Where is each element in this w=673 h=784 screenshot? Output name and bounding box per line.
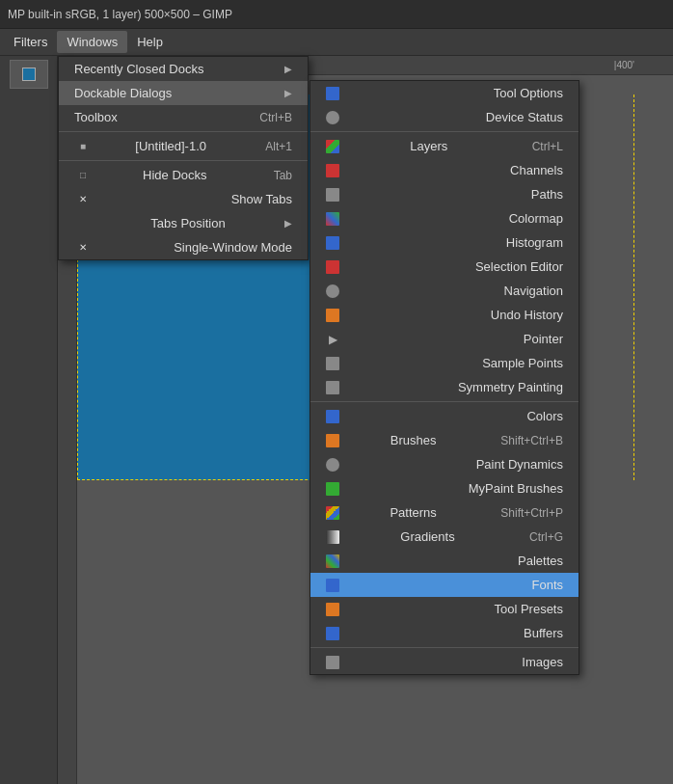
navigation-icon	[326, 284, 339, 298]
menu-windows[interactable]: Windows	[57, 31, 127, 53]
sample-points-icon	[326, 357, 339, 370]
item-label: Brushes	[390, 433, 437, 447]
menu-pointer[interactable]: ▶ Pointer	[310, 327, 579, 351]
item-label: MyPaint Brushes	[469, 481, 563, 496]
palettes-icon	[326, 554, 339, 568]
item-label: Device Status	[486, 110, 563, 124]
shortcut-label: Shift+Ctrl+B	[500, 434, 563, 447]
menu-images[interactable]: Images	[310, 650, 579, 674]
item-label: Toolbox	[74, 110, 118, 124]
menu-gradients[interactable]: Gradients Ctrl+G	[310, 525, 579, 549]
item-label: Tool Options	[494, 86, 563, 100]
menu-untitled[interactable]: ■ [Untitled]-1.0 Alt+1	[59, 134, 308, 158]
tool-presets-icon	[326, 603, 339, 616]
item-label: Pointer	[524, 332, 563, 346]
menu-filters[interactable]: Filters	[4, 31, 57, 53]
shortcut-label: Ctrl+G	[529, 530, 563, 544]
item-label: Show Tabs	[231, 192, 292, 206]
shortcut-label: Tab	[274, 169, 292, 182]
arrow-icon: ▶	[284, 218, 292, 229]
title-text: MP built-in sRGB, 1 layer) 500×500 – GIM…	[8, 8, 232, 21]
menu-colors[interactable]: Colors	[310, 404, 579, 428]
item-label: Palettes	[518, 554, 563, 568]
paths-icon	[326, 188, 339, 202]
item-label: Layers	[410, 139, 447, 153]
arrow-icon: ▶	[284, 64, 292, 74]
menu-fonts[interactable]: Fonts	[310, 573, 579, 597]
menu-undo-history[interactable]: Undo History	[310, 303, 579, 327]
menu-palettes[interactable]: Palettes	[310, 549, 579, 573]
menu-tool-options[interactable]: Tool Options	[310, 81, 579, 105]
menu-toolbox[interactable]: Toolbox Ctrl+B	[59, 105, 308, 129]
item-label: Symmetry Painting	[458, 380, 563, 394]
menu-show-tabs[interactable]: ✕ Show Tabs	[59, 187, 308, 211]
selection-right	[633, 95, 634, 480]
menu-patterns[interactable]: Patterns Shift+Ctrl+P	[310, 500, 579, 525]
separator	[310, 131, 579, 132]
menu-paint-dynamics[interactable]: Paint Dynamics	[310, 452, 579, 476]
colors-icon	[326, 410, 339, 423]
item-label: Buffers	[524, 626, 563, 640]
patterns-icon	[326, 506, 339, 520]
item-label: Hide Docks	[143, 168, 206, 182]
item-label: Fonts	[531, 578, 563, 592]
menu-device-status[interactable]: Device Status	[310, 105, 579, 129]
buffers-icon	[326, 627, 339, 640]
item-label: Navigation	[504, 284, 563, 298]
colormap-icon	[326, 212, 339, 226]
item-label: Dockable Dialogs	[74, 86, 172, 100]
paint-dynamics-icon	[326, 458, 339, 472]
menu-paths[interactable]: Paths	[310, 182, 579, 206]
mypaint-brushes-icon	[326, 482, 339, 496]
menu-tabs-position[interactable]: Tabs Position ▶	[59, 211, 308, 235]
separator	[59, 131, 308, 132]
menu-hide-docks[interactable]: □ Hide Docks Tab	[59, 163, 308, 187]
menu-mypaint-brushes[interactable]: MyPaint Brushes	[310, 476, 579, 500]
menu-symmetry-painting[interactable]: Symmetry Painting	[310, 375, 579, 399]
separator2	[59, 160, 308, 161]
menu-navigation[interactable]: Navigation	[310, 279, 579, 303]
item-label: Gradients	[400, 529, 454, 544]
layers-icon	[326, 140, 339, 153]
item-label: Histogram	[506, 235, 563, 250]
menu-brushes[interactable]: Brushes Shift+Ctrl+B	[310, 428, 579, 452]
histogram-icon	[326, 236, 339, 250]
tool-options-icon	[326, 87, 339, 100]
selection-editor-icon	[326, 260, 339, 274]
menu-dockable-dialogs[interactable]: Dockable Dialogs ▶ Tool Options Device S…	[59, 81, 308, 105]
menu-layers[interactable]: Layers Ctrl+L	[310, 134, 579, 158]
channels-icon	[326, 164, 339, 177]
separator2	[310, 401, 579, 402]
item-label: Sample Points	[482, 356, 563, 370]
menu-tool-presets[interactable]: Tool Presets	[310, 597, 579, 621]
undo-history-icon	[326, 309, 339, 322]
item-label: Channels	[510, 163, 563, 177]
menu-recently-closed-docks[interactable]: Recently Closed Docks ▶	[59, 57, 308, 81]
item-label: Paths	[531, 187, 563, 202]
menu-single-window-mode[interactable]: ✕ Single-Window Mode	[59, 235, 308, 259]
menu-sample-points[interactable]: Sample Points	[310, 351, 579, 375]
menu-help[interactable]: Help	[127, 31, 173, 53]
item-label: [Untitled]-1.0	[135, 139, 206, 153]
ruler-label: |400'	[614, 60, 634, 70]
gradients-icon	[326, 530, 339, 544]
separator3	[310, 647, 579, 648]
item-label: Undo History	[491, 308, 563, 322]
device-status-icon	[326, 111, 339, 124]
checkbox-icon: □	[74, 170, 92, 180]
windows-dropdown: Recently Closed Docks ▶ Dockable Dialogs…	[58, 56, 309, 260]
item-label: Selection Editor	[475, 259, 563, 274]
menu-buffers[interactable]: Buffers	[310, 621, 579, 645]
pointer-icon: ▶	[326, 333, 339, 346]
arrow-icon: ▶	[284, 88, 292, 98]
title-bar: MP built-in sRGB, 1 layer) 500×500 – GIM…	[0, 0, 673, 29]
images-icon	[326, 656, 339, 669]
shortcut-label: Ctrl+B	[259, 111, 292, 124]
menu-histogram[interactable]: Histogram	[310, 230, 579, 255]
menu-selection-editor[interactable]: Selection Editor	[310, 255, 579, 279]
toolbox-icon	[10, 60, 48, 89]
item-label: Patterns	[390, 505, 436, 520]
menu-channels[interactable]: Channels	[310, 158, 579, 182]
menu-colormap[interactable]: Colormap	[310, 206, 579, 230]
item-label: Single-Window Mode	[174, 240, 292, 255]
